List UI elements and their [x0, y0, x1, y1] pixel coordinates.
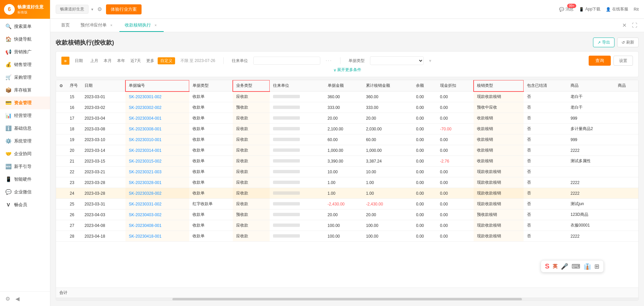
date-btn-last-month[interactable]: 上月	[88, 57, 100, 64]
doc-no-link[interactable]: SK-20230315-002	[129, 159, 161, 164]
table-row[interactable]: 182023-03-08SK-20230308-001收款单应收款2,100.0…	[56, 124, 638, 134]
query-button[interactable]: 查询	[589, 56, 611, 66]
doc-no-link[interactable]: SK-20230310-001	[129, 137, 161, 142]
sidebar-item-finance[interactable]: 💳 资金管理	[0, 97, 50, 109]
table-row[interactable]: 232023-03-28SK-20230328-001收款单应收款1.001.0…	[56, 177, 638, 188]
setting-button[interactable]: 设置	[613, 56, 633, 66]
sidebar-item-sales[interactable]: 💰 销售管理	[0, 58, 50, 71]
tab-home[interactable]: 首页	[56, 19, 75, 32]
tab-collection-close[interactable]: ×	[153, 22, 158, 28]
float-keyboard-icon[interactable]: ⌨	[572, 263, 580, 270]
table-cell	[614, 220, 638, 231]
filter-expand-button[interactable]: »	[61, 57, 69, 65]
table-cell: 否	[524, 113, 567, 124]
date-btn-7days[interactable]: 近7天	[128, 57, 143, 64]
app-download[interactable]: 📱 App下载	[579, 6, 600, 12]
sidebar-item-search[interactable]: 🔍 搜索菜单	[0, 20, 50, 33]
sidebar-item-vip[interactable]: V 畅会员	[0, 198, 50, 211]
table-scrollbar[interactable]	[56, 298, 638, 300]
table-row[interactable]: 222023-03-21SK-20230321-003收款单应收款10.0010…	[56, 167, 638, 177]
col-product: 商品	[567, 80, 614, 91]
topbar-breadcrumb[interactable]: 畅康道好生意	[56, 5, 89, 14]
export-button[interactable]: ↗ 导出	[593, 38, 614, 47]
doc-no-link[interactable]: SK-20230301-002	[129, 95, 161, 99]
date-btn-custom[interactable]: 自定义	[158, 57, 175, 64]
expand-more-button[interactable]: ∨ 展开更多条件	[333, 67, 361, 73]
date-btn-this-year[interactable]: 本年	[115, 57, 127, 64]
table-wrapper[interactable]: ⚙ 序号 日期 单据编号 单据类型 业务类型 往来单位 单据金额 累计核销金额 …	[56, 80, 638, 288]
doc-no-link[interactable]: SK-20230304-001	[129, 116, 161, 121]
sidebar-item-corp[interactable]: 🤝 企业协同	[0, 147, 50, 160]
table-row[interactable]: 272023-04-08SK-20230408-001收款单应收款100.001…	[56, 220, 638, 231]
sidebar-item-marketing[interactable]: 📢 营销推广	[0, 46, 50, 58]
doc-no-link[interactable]: SK-20230314-001	[129, 148, 161, 153]
refresh-button[interactable]: ↺ 刷新	[617, 38, 639, 47]
doc-no-link[interactable]: SK-20230403-002	[129, 212, 161, 217]
float-english-label[interactable]: 英	[553, 263, 557, 269]
table-settings-col[interactable]: ⚙	[56, 80, 66, 91]
doc-no-link[interactable]: SK-20230328-002	[129, 191, 161, 196]
sidebar-item-inventory[interactable]: 📦 库存核算	[0, 84, 50, 97]
table-cell: 20	[66, 145, 81, 156]
table-row[interactable]: 192023-03-10SK-20230310-001收款单应收款60.0060…	[56, 134, 638, 145]
collapse-icon[interactable]: ◀	[15, 296, 19, 302]
sidebar-item-guide[interactable]: 🆕 新手引导	[0, 160, 50, 173]
float-shirt-icon[interactable]: 👔	[584, 263, 591, 270]
message-badge[interactable]: 💬 消息 99+	[559, 6, 574, 12]
doc-no-link[interactable]: SK-20230328-001	[129, 180, 161, 185]
table-row[interactable]: 172023-03-04SK-20230304-001收款单应收款20.0020…	[56, 113, 638, 124]
table-cell: 否	[524, 177, 567, 188]
tab-prepay[interactable]: 预付冲应付单 ×	[75, 19, 119, 32]
table-cell: SK-20230308-001	[125, 124, 189, 134]
sidebar-item-wechat[interactable]: 💬 企业微信	[0, 186, 50, 198]
close-all-icon[interactable]: ✕	[621, 21, 628, 30]
page-title: 收款核销执行(按收款)	[56, 39, 114, 47]
table-cell: SK-20230418-001	[125, 231, 189, 242]
user-name[interactable]: Rit	[634, 7, 639, 12]
sidebar-item-basic[interactable]: ℹ️ 基础信息	[0, 122, 50, 135]
table-cell: 100.00	[363, 220, 413, 231]
settings-footer-icon[interactable]: ⚙	[5, 296, 10, 302]
table-row[interactable]: 242023-03-28SK-20230328-002收款单应收款1.001.0…	[56, 188, 638, 199]
table-row[interactable]: 162023-03-02SK-20230302-002收款单预收款333.003…	[56, 102, 638, 113]
col-product2: 商品	[614, 80, 638, 91]
table-header: ⚙ 序号 日期 单据编号 单据类型 业务类型 往来单位 单据金额 累计核销金额 …	[56, 80, 638, 91]
doc-no-link[interactable]: SK-20230331-002	[129, 202, 161, 206]
table-cell: 3,387.24	[363, 156, 413, 167]
sidebar-item-hardware[interactable]: 📱 智能硬件	[0, 173, 50, 186]
table-row[interactable]: 202023-03-14SK-20230314-001收款单应收款1,000.0…	[56, 145, 638, 156]
sidebar-item-system[interactable]: ⚙️ 系统管理	[0, 135, 50, 147]
float-mic-icon[interactable]: 🎤	[561, 263, 568, 270]
table-scrollbar-thumb[interactable]	[172, 298, 522, 301]
solution-button[interactable]: 体验行业方案	[106, 4, 142, 14]
sidebar-item-quicknav[interactable]: 🏠 快捷导航	[0, 33, 50, 46]
table-cell: 应收款	[233, 199, 270, 209]
col-partner: 往来单位	[270, 80, 324, 91]
topbar-gear-icon[interactable]: ⚙	[96, 5, 103, 14]
table-row[interactable]: 252023-03-31SK-20230331-002红字收款单应收款-2,43…	[56, 199, 638, 209]
receipt-type-select[interactable]	[370, 56, 424, 65]
float-grid-icon[interactable]: ⊞	[594, 263, 599, 270]
table-row[interactable]: 262023-04-03SK-20230403-002收款单预收款20.0020…	[56, 209, 638, 220]
topbar-dropdown-icon[interactable]: ▾	[91, 7, 93, 12]
date-btn-more[interactable]: 更多	[144, 57, 156, 64]
sidebar-item-purchase[interactable]: 🛒 采购管理	[0, 71, 50, 84]
date-btn-this-month[interactable]: 本月	[102, 57, 114, 64]
table-row[interactable]: 212023-03-15SK-20230315-002收款单应收款3,390.0…	[56, 156, 638, 167]
doc-no-link[interactable]: SK-20230302-002	[129, 105, 161, 110]
expand-tab-icon[interactable]: ⛶	[631, 21, 639, 30]
online-service[interactable]: 👤 在线客服	[606, 6, 628, 12]
table-cell: 20.00	[363, 113, 413, 124]
table-row[interactable]: 152023-03-01SK-20230301-002收款单应收款360.003…	[56, 91, 638, 102]
tab-collection[interactable]: 收款核销执行 ×	[119, 19, 164, 32]
partner-filter-input[interactable]	[253, 57, 320, 65]
table-row[interactable]: 282023-04-18SK-20230418-001收款单应收款100.001…	[56, 231, 638, 242]
topbar-right: 💬 消息 99+ 📱 App下载 👤 在线客服 Rit	[559, 6, 639, 12]
tab-prepay-close[interactable]: ×	[109, 22, 114, 28]
sidebar-logo: 6 畅康道好生意 标推版	[0, 0, 50, 19]
doc-no-link[interactable]: SK-20230308-001	[129, 127, 161, 131]
sidebar-item-operation[interactable]: 📊 经营管理	[0, 109, 50, 122]
doc-no-link[interactable]: SK-20230408-001	[129, 223, 161, 228]
doc-no-link[interactable]: SK-20230418-001	[129, 234, 161, 239]
doc-no-link[interactable]: SK-20230321-003	[129, 170, 161, 174]
